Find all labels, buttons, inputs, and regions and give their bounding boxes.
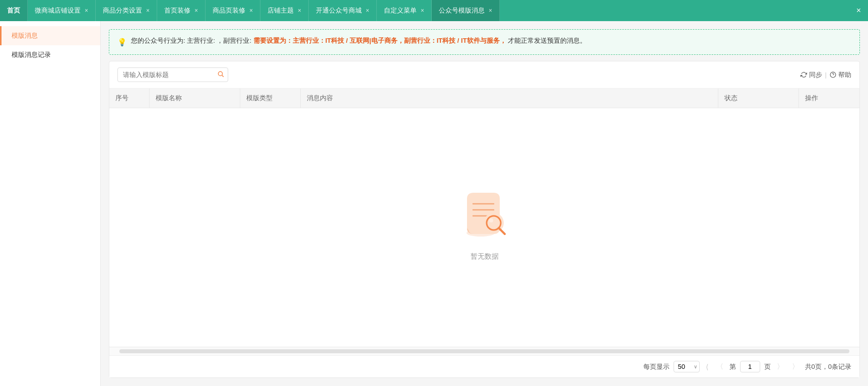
sync-icon	[800, 71, 807, 78]
nav-tab-homepage-decor[interactable]: 首页装修 ×	[157, 0, 206, 21]
last-page-button[interactable]: 〉	[790, 361, 801, 372]
prev-page-button[interactable]: 〈	[714, 361, 725, 372]
page-size-wrap: 10 20 50 100	[674, 361, 700, 372]
close-icon[interactable]: ×	[146, 7, 150, 14]
nav-tab-weishop-settings[interactable]: 微商城店铺设置 ×	[28, 0, 96, 21]
total-label: 共0页，0条记录	[805, 362, 851, 371]
search-right: 同步 | 帮助	[800, 70, 851, 80]
close-icon[interactable]: ×	[298, 7, 301, 14]
search-input[interactable]	[117, 67, 228, 82]
search-input-wrap	[117, 67, 228, 82]
close-icon[interactable]: ×	[421, 7, 424, 14]
nav-tab-custom-menu[interactable]: 自定义菜单 ×	[377, 0, 432, 21]
search-bar: 同步 | 帮助	[109, 61, 859, 89]
sidebar: 模版消息 模版消息记录	[0, 21, 101, 386]
nav-tab-product-category[interactable]: 商品分类设置 ×	[96, 0, 157, 21]
nav-tab-template-msg[interactable]: 公众号模版消息 ×	[432, 0, 500, 21]
info-banner: 💡 您的公众号行业为: 主营行业: ，副营行业: 需要设置为：主营行业：IT科技…	[109, 29, 860, 55]
svg-point-11	[489, 218, 493, 222]
close-icon[interactable]: ×	[489, 7, 492, 14]
page-label: 第	[729, 362, 736, 371]
sidebar-item-template-msg[interactable]: 模版消息	[0, 26, 100, 45]
bulb-icon: 💡	[117, 36, 127, 48]
col-header-type: 模版类型	[240, 89, 301, 108]
table-container: 同步 | 帮助 序号	[109, 61, 860, 378]
horizontal-scrollbar[interactable]	[119, 349, 849, 353]
help-button[interactable]: 帮助	[830, 70, 851, 80]
nav-tab-home[interactable]: 首页	[0, 0, 28, 21]
col-header-index: 序号	[109, 89, 150, 108]
svg-line-1	[222, 75, 224, 77]
close-all-button[interactable]: ×	[849, 0, 868, 21]
col-header-content: 消息内容	[301, 89, 718, 108]
search-button[interactable]	[217, 70, 224, 79]
close-icon[interactable]: ×	[249, 7, 253, 14]
top-navigation: 首页 微商城店铺设置 × 商品分类设置 × 首页装修 × 商品页装修 × 店铺主…	[0, 0, 868, 21]
close-icon[interactable]: ×	[194, 7, 198, 14]
empty-state-illustration	[454, 184, 515, 244]
main-layout: 模版消息 模版消息记录 💡 您的公众号行业为: 主营行业: ，副营行业: 需要设…	[0, 21, 868, 386]
sync-button[interactable]: 同步	[800, 70, 822, 80]
page-size-label: 每页显示	[643, 362, 670, 371]
sidebar-item-template-msg-log[interactable]: 模版消息记录	[0, 45, 100, 64]
pagination: 每页显示 10 20 50 100 ⟨ 〈 第 页 〉 〉 共0页，0条记录	[109, 355, 859, 377]
nav-tab-open-mall[interactable]: 开通公众号商城 ×	[309, 0, 377, 21]
scrollbar-row	[109, 347, 859, 355]
content-area: 💡 您的公众号行业为: 主营行业: ，副营行业: 需要设置为：主营行业：IT科技…	[101, 21, 868, 386]
help-icon	[830, 71, 836, 78]
svg-point-0	[218, 71, 222, 75]
table-body-empty: 暂无数据	[109, 108, 859, 347]
next-page-button[interactable]: 〉	[775, 361, 786, 372]
nav-tab-product-decor[interactable]: 商品页装修 ×	[206, 0, 260, 21]
nav-tab-shop-theme[interactable]: 店铺主题 ×	[260, 0, 309, 21]
page-after-label: 页	[764, 362, 771, 371]
page-size-select[interactable]: 10 20 50 100	[674, 361, 700, 372]
col-header-name: 模版名称	[150, 89, 240, 108]
search-left	[117, 67, 228, 82]
search-icon	[217, 70, 224, 78]
close-icon[interactable]: ×	[85, 7, 88, 14]
info-banner-text: 您的公众号行业为: 主营行业: ，副营行业: 需要设置为：主营行业：IT科技 /…	[131, 36, 586, 46]
close-icon[interactable]: ×	[366, 7, 369, 14]
table-header: 序号 模版名称 模版类型 消息内容 状态 操作	[109, 89, 859, 108]
pipe-divider: |	[825, 71, 827, 79]
first-page-button[interactable]: ⟨	[704, 362, 710, 372]
empty-state-text: 暂无数据	[471, 252, 499, 261]
page-number-input[interactable]	[740, 361, 760, 372]
col-header-status: 状态	[718, 89, 799, 108]
col-header-action: 操作	[799, 89, 859, 108]
